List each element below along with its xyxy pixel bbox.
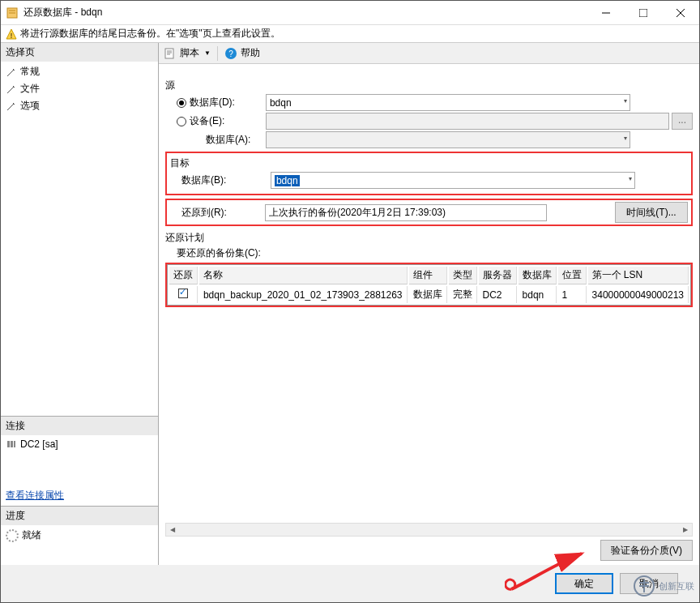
form-area: 源 数据库(D): bdqn ▾ 设备(E): — [159, 64, 699, 565]
chevron-down-icon: ▾ — [624, 97, 627, 105]
maximize-button[interactable] — [625, 1, 662, 25]
col-server[interactable]: 服务器 — [479, 267, 517, 284]
chevron-down-icon: ▾ — [624, 135, 627, 142]
cell-type: 完整 — [449, 286, 477, 303]
sidebar-item-label: 选项 — [20, 99, 40, 113]
toolbar: 脚本 ▼ ? 帮助 — [159, 43, 699, 64]
backup-table-highlight: 还原 名称 组件 类型 服务器 数据库 位置 第一个 LSN — [165, 263, 693, 307]
radio-device-label: 设备(E): — [190, 115, 224, 126]
warning-text: 将进行源数据库的结尾日志备份。在"选项"页上查看此设置。 — [20, 27, 280, 41]
backupsets-label: 要还原的备份集(C): — [177, 246, 693, 260]
radio-device[interactable] — [177, 117, 186, 126]
script-button[interactable]: 脚本 — [180, 46, 199, 60]
source-database-select[interactable]: bdqn ▾ — [266, 94, 630, 111]
svg-rect-7 — [7, 441, 10, 447]
restore-checkbox[interactable] — [178, 289, 188, 298]
dialog-footer: 确定 取消 — [1, 565, 699, 602]
spinner-icon — [6, 529, 19, 542]
target-db-label: 数据库(B): — [181, 173, 271, 187]
main-area: 选择页 常规 文件 选项 连接 — [1, 43, 699, 565]
browse-device-button: ... — [672, 113, 693, 130]
scroll-track[interactable] — [180, 524, 678, 536]
wand-icon — [6, 100, 17, 112]
restore-to-input[interactable]: 上次执行的备份(2020年1月2日 17:39:03) — [265, 204, 547, 221]
help-button[interactable]: 帮助 — [241, 46, 260, 60]
target-highlight: 目标 数据库(B): bdqn ▾ — [165, 152, 693, 195]
content-panel: 脚本 ▼ ? 帮助 源 数据库(D): bdqn ▾ — [159, 43, 699, 565]
scroll-left-arrow[interactable]: ◀ — [166, 524, 180, 536]
cell-lsn: 34000000049000213 — [588, 286, 689, 303]
watermark-text: 创新互联 — [659, 580, 694, 592]
col-lsn[interactable]: 第一个 LSN — [588, 267, 689, 284]
server-icon — [6, 438, 17, 450]
col-position[interactable]: 位置 — [558, 267, 587, 284]
source-db-radio-row[interactable]: 数据库(D): — [177, 96, 266, 109]
horizontal-scrollbar[interactable]: ◀ ▶ — [165, 523, 693, 537]
source-database-value: bdqn — [270, 97, 292, 109]
svg-text:?: ? — [228, 49, 233, 58]
sidebar-item-files[interactable]: 文件 — [1, 80, 158, 97]
col-type[interactable]: 类型 — [449, 267, 477, 284]
progress-value: 就绪 — [22, 528, 41, 542]
restore-to-label: 还原到(R): — [170, 206, 257, 220]
connection-value-row: DC2 [sa] — [1, 437, 158, 451]
watermark-logo: 创新互联 — [633, 575, 694, 597]
table-row[interactable]: bdqn_backup_2020_01_02_173903_2881263 数据… — [169, 286, 689, 303]
scroll-right-arrow[interactable]: ▶ — [678, 524, 692, 536]
col-restore[interactable]: 还原 — [169, 267, 198, 284]
radio-database[interactable] — [177, 98, 186, 108]
backup-sets-table[interactable]: 还原 名称 组件 类型 服务器 数据库 位置 第一个 LSN — [167, 264, 691, 306]
script-dropdown-arrow[interactable]: ▼ — [204, 49, 211, 57]
restore-to-value: 上次执行的备份(2020年1月2日 17:39:03) — [269, 206, 446, 220]
minimize-button[interactable] — [587, 1, 625, 25]
progress-row: 就绪 — [1, 527, 158, 544]
source-legend: 源 — [165, 77, 693, 94]
sidebar-item-general[interactable]: 常规 — [1, 63, 158, 80]
svg-rect-2 — [639, 9, 647, 17]
title-bar: 还原数据库 - bdqn — [1, 1, 699, 25]
cell-component: 数据库 — [409, 286, 447, 303]
timeline-button[interactable]: 时间线(T)... — [615, 202, 688, 223]
target-database-value: bdqn — [275, 175, 300, 186]
cell-database: bdqn — [519, 286, 557, 303]
svg-rect-10 — [165, 49, 173, 58]
verify-backup-label: 验证备份介质(V) — [611, 544, 682, 558]
col-name[interactable]: 名称 — [199, 267, 408, 284]
source-database-a-label: 数据库(A): — [177, 133, 266, 147]
script-icon[interactable] — [164, 47, 177, 60]
view-connection-props-link[interactable]: 查看连接属性 — [1, 487, 69, 504]
sidebar-item-options[interactable]: 选项 — [1, 97, 158, 114]
warning-icon: ! — [6, 28, 17, 40]
cell-server: DC2 — [479, 286, 517, 303]
select-page-header: 选择页 — [1, 43, 158, 62]
warning-bar: ! 将进行源数据库的结尾日志备份。在"选项"页上查看此设置。 — [1, 25, 699, 43]
source-device-input — [266, 113, 669, 130]
help-icon[interactable]: ? — [224, 47, 237, 60]
col-component[interactable]: 组件 — [409, 267, 447, 284]
source-device-radio-row[interactable]: 设备(E): — [177, 114, 266, 128]
source-database-a-select: ▾ — [266, 131, 630, 148]
col-database[interactable]: 数据库 — [519, 267, 557, 284]
sidebar: 选择页 常规 文件 选项 连接 — [1, 43, 159, 565]
toolbar-sep — [217, 46, 218, 61]
connection-header: 连接 — [1, 417, 158, 435]
wand-icon — [6, 66, 17, 78]
radio-database-label: 数据库(D): — [190, 96, 235, 108]
svg-text:!: ! — [11, 32, 13, 40]
timeline-button-label: 时间线(T)... — [626, 206, 676, 220]
chevron-down-icon: ▾ — [629, 175, 632, 182]
restore-to-highlight: 还原到(R): 上次执行的备份(2020年1月2日 17:39:03) 时间线(… — [165, 199, 693, 226]
cell-position: 1 — [558, 286, 587, 303]
restore-plan-legend: 还原计划 — [165, 229, 693, 246]
target-database-select[interactable]: bdqn ▾ — [271, 172, 635, 189]
wand-icon — [6, 83, 17, 95]
verify-backup-button[interactable]: 验证备份介质(V) — [600, 540, 693, 561]
target-legend: 目标 — [170, 155, 688, 172]
close-button[interactable] — [662, 1, 699, 25]
connection-value: DC2 [sa] — [20, 438, 58, 450]
arrow-annotation — [505, 549, 594, 596]
svg-rect-9 — [14, 441, 15, 447]
svg-rect-8 — [11, 441, 13, 447]
progress-header: 进度 — [1, 507, 158, 525]
table-header-row: 还原 名称 组件 类型 服务器 数据库 位置 第一个 LSN — [169, 267, 689, 284]
